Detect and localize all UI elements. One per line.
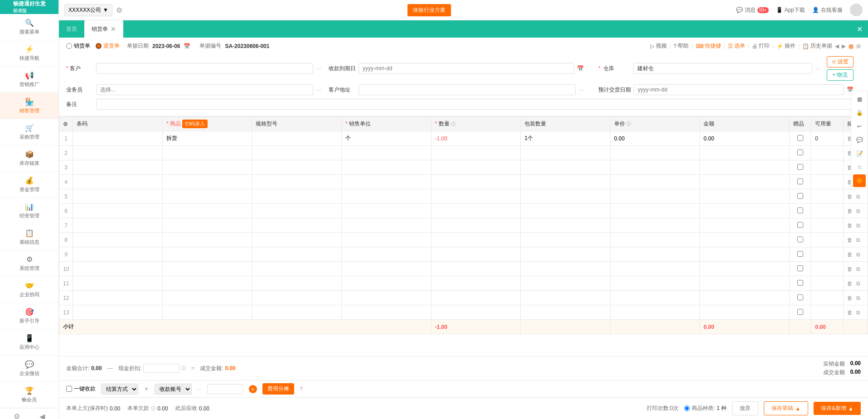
sidebar-item-10[interactable]: 🤝企业协同 — [0, 277, 58, 303]
notes-input[interactable] — [96, 99, 861, 110]
gift-cell-1[interactable] — [789, 131, 811, 146]
barcode-cell-2[interactable] — [73, 146, 163, 160]
barcode-cell-12[interactable] — [73, 291, 163, 305]
amount-cell-9[interactable] — [700, 247, 790, 262]
product-cell-6[interactable] — [162, 204, 252, 218]
customer-input[interactable] — [96, 63, 313, 74]
spec-cell-8[interactable] — [252, 233, 342, 247]
amount-cell-1[interactable] — [700, 131, 790, 146]
message-btn[interactable]: 💬 消息 99+ — [736, 6, 769, 14]
warehouse-input[interactable] — [633, 63, 812, 74]
amount-cell-11[interactable] — [700, 276, 790, 291]
pkg-qty-cell-10[interactable] — [521, 262, 611, 276]
pkg-qty-cell-11[interactable] — [521, 276, 611, 291]
amount-cell-3[interactable] — [700, 160, 790, 175]
add-payment-btn[interactable]: + — [249, 385, 257, 393]
experience-btn[interactable]: 体验行业方案 — [407, 4, 451, 16]
unit-price-cell-13[interactable] — [610, 305, 700, 320]
sidebar-item-9[interactable]: ⚙系统管理 — [0, 250, 58, 277]
spec-cell-10[interactable] — [252, 262, 342, 276]
amount-cell-2[interactable] — [700, 146, 790, 160]
spec-cell-11[interactable] — [252, 276, 342, 291]
spec-cell-12[interactable] — [252, 291, 342, 305]
collapse-icon[interactable]: ◀ — [39, 412, 45, 419]
save-draft-btn[interactable]: 保存草稿 ▲ — [764, 401, 808, 415]
product-cell-13[interactable] — [162, 305, 252, 320]
qty-cell-7[interactable] — [431, 218, 521, 233]
app-download-btn[interactable]: 📱 App下载 — [776, 6, 805, 14]
salesperson-input[interactable] — [96, 84, 313, 95]
sidebar-item-2[interactable]: 📢营销推广 — [0, 67, 58, 93]
product-cell-1[interactable] — [162, 131, 252, 146]
gift-cell-13[interactable] — [789, 305, 811, 320]
sidebar-item-8[interactable]: 📋基础信息 — [0, 224, 58, 250]
pkg-qty-cell-3[interactable] — [521, 160, 611, 175]
settings-icon[interactable]: ⚙ — [116, 6, 122, 14]
gift-cell-2[interactable] — [789, 146, 811, 160]
logistics-btn[interactable]: + 物流 — [827, 69, 853, 81]
copy-row-btn-7[interactable]: ⧉ — [856, 222, 860, 229]
barcode-cell-4[interactable] — [73, 175, 163, 189]
unit-cell-3[interactable] — [342, 160, 432, 175]
qty-cell-4[interactable] — [431, 175, 521, 189]
payment-method-select-icon[interactable]: ▼ — [144, 386, 149, 392]
sidebar-item-12[interactable]: 📱应用中心 — [0, 329, 58, 356]
product-cell-2[interactable] — [162, 146, 252, 160]
unit-cell-10[interactable] — [342, 262, 432, 276]
copy-row-btn-11[interactable]: ⧉ — [856, 280, 860, 287]
pkg-qty-cell-9[interactable] — [521, 247, 611, 262]
payment-method-select[interactable]: 结算方式 — [101, 384, 138, 395]
amount-cell-5[interactable] — [700, 189, 790, 204]
unit-cell-2[interactable] — [342, 146, 432, 160]
company-selector[interactable]: XXXXXX公司 ▼ — [64, 4, 112, 16]
product-cell-5[interactable] — [162, 189, 252, 204]
unit-cell-8[interactable] — [342, 233, 432, 247]
select-order-btn[interactable]: ☰ 选单 — [728, 42, 745, 50]
unit-cell-6[interactable] — [342, 204, 432, 218]
product-type-radio[interactable] — [684, 405, 690, 411]
avatar[interactable] — [850, 4, 863, 16]
barcode-cell-1[interactable] — [73, 131, 163, 146]
spec-cell-7[interactable] — [252, 218, 342, 233]
qty-cell-1[interactable] — [431, 131, 521, 146]
amount-cell-7[interactable] — [700, 218, 790, 233]
barcode-cell-11[interactable] — [73, 276, 163, 291]
unit-cell-9[interactable] — [342, 247, 432, 262]
customer-address-input[interactable] — [359, 84, 576, 95]
unit-cell-4[interactable] — [342, 175, 432, 189]
qty-cell-8[interactable] — [431, 233, 521, 247]
gift-cell-7[interactable] — [789, 218, 811, 233]
unit-price-cell-7[interactable] — [610, 218, 700, 233]
amount-cell-4[interactable] — [700, 175, 790, 189]
amount-cell-12[interactable] — [700, 291, 790, 305]
delete-row-btn-13[interactable]: 🗑 — [847, 309, 853, 316]
unit-price-cell-8[interactable] — [610, 233, 700, 247]
gift-cell-8[interactable] — [789, 233, 811, 247]
tab-close-icon[interactable]: ✕ — [111, 25, 116, 33]
unit-price-cell-4[interactable] — [610, 175, 700, 189]
barcode-cell-3[interactable] — [73, 160, 163, 175]
barcode-cell-13[interactable] — [73, 305, 163, 320]
col-settings[interactable]: ⚙ — [59, 117, 73, 131]
product-cell-12[interactable] — [162, 291, 252, 305]
help-btn[interactable]: ? 帮助 — [674, 42, 689, 50]
spec-cell-5[interactable] — [252, 189, 342, 204]
delivery-date-input[interactable] — [634, 84, 844, 95]
spec-cell-9[interactable] — [252, 247, 342, 262]
unit-cell-7[interactable] — [342, 218, 432, 233]
pkg-qty-cell-8[interactable] — [521, 233, 611, 247]
barcode-cell-7[interactable] — [73, 218, 163, 233]
pkg-qty-cell-2[interactable] — [521, 146, 611, 160]
salesperson-dots-btn[interactable]: ··· — [316, 86, 321, 93]
barcode-cell-6[interactable] — [73, 204, 163, 218]
payment-amount-input[interactable] — [207, 384, 243, 394]
gift-cell-5[interactable] — [789, 189, 811, 204]
sidebar-item-4[interactable]: 🛒采购管理 — [0, 119, 58, 145]
warehouse-dots-btn[interactable]: ··· — [815, 65, 820, 72]
gift-cell-4[interactable] — [789, 175, 811, 189]
scan-barcode-btn[interactable]: 扫码录入 — [182, 120, 208, 128]
right-tool-grid[interactable]: ▦ — [853, 93, 866, 106]
pkg-qty-cell-6[interactable] — [521, 204, 611, 218]
product-cell-7[interactable] — [162, 218, 252, 233]
delete-row-btn-7[interactable]: 🗑 — [847, 222, 853, 229]
